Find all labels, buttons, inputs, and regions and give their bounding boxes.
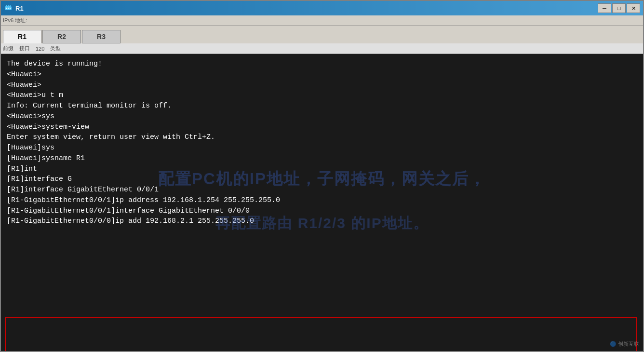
terminal-line-14: [R1-GigabitEthernet0/0/1]ip address 192.… <box>7 195 637 206</box>
close-button[interactable]: ✕ <box>627 3 640 13</box>
minimize-button[interactable]: ─ <box>598 3 611 13</box>
terminal-line-3: <Huawei> <box>7 80 637 91</box>
highlight-box <box>5 317 637 351</box>
svg-rect-6 <box>10 5 11 6</box>
terminal-line-12: [R1]interface G <box>7 174 637 185</box>
svg-point-1 <box>6 8 7 9</box>
title-bar: R1 ─ □ ✕ <box>1 1 643 15</box>
window-title: R1 <box>15 5 24 12</box>
subtoolbar-item-1: 前缀 <box>3 45 13 52</box>
tab-r3[interactable]: R3 <box>82 30 121 43</box>
subtoolbar-item-3: 120 <box>36 46 44 52</box>
terminal-line-13: [R1]interface GigabitEthernet 0/0/1 <box>7 185 637 195</box>
terminal-line-11: [R1]int <box>7 164 637 175</box>
svg-rect-5 <box>6 5 7 6</box>
tabs-row: R1 R2 R3 <box>1 26 643 43</box>
terminal-line-6: <Huawei>sys <box>7 111 637 122</box>
terminal-line-15: [R1-GigabitEthernet0/0/1]interface Gigab… <box>7 206 637 217</box>
tab-r2[interactable]: R2 <box>42 30 81 43</box>
terminal-line-0: The device is running! <box>7 59 637 69</box>
terminal-line-9: [Huawei]sys <box>7 143 637 153</box>
terminal-line-16: [R1-GigabitEthernet0/0/0]ip add 192.168.… <box>7 216 637 227</box>
terminal-line-2: <Huawei> <box>7 69 637 80</box>
terminal-line-4: <Huawei>u t m <box>7 90 637 101</box>
svg-rect-4 <box>8 5 9 6</box>
subtoolbar-item-2: 接口 <box>19 45 30 52</box>
svg-point-2 <box>8 8 9 9</box>
svg-point-3 <box>10 8 11 9</box>
terminal-line-7: <Huawei>system-view <box>7 122 637 133</box>
subtoolbar-item-4: 类型 <box>50 45 61 52</box>
tab-r1[interactable]: R1 <box>3 30 41 43</box>
toolbar-area: IPv6 地址: <box>1 15 643 26</box>
title-bar-buttons: ─ □ ✕ <box>598 3 640 13</box>
maximize-button[interactable]: □ <box>612 3 626 13</box>
router-icon <box>4 4 13 13</box>
toolbar-text: IPv6 地址: <box>3 17 27 24</box>
terminal[interactable]: The device is running! <Huawei> <Huawei>… <box>1 54 643 351</box>
terminal-line-5: Info: Current terminal monitor is off. <box>7 101 637 111</box>
terminal-line-8: Enter system view, return user view with… <box>7 132 637 143</box>
terminal-line-10: [Huawei]sysname R1 <box>7 153 637 164</box>
title-bar-left: R1 <box>4 4 24 13</box>
sub-toolbar: 前缀 接口 120 类型 <box>1 43 643 54</box>
main-window: R1 ─ □ ✕ IPv6 地址: R1 R2 R3 前缀 接口 120 类型 … <box>0 0 644 352</box>
logo-watermark: 🔵 创新互联 <box>610 340 639 348</box>
